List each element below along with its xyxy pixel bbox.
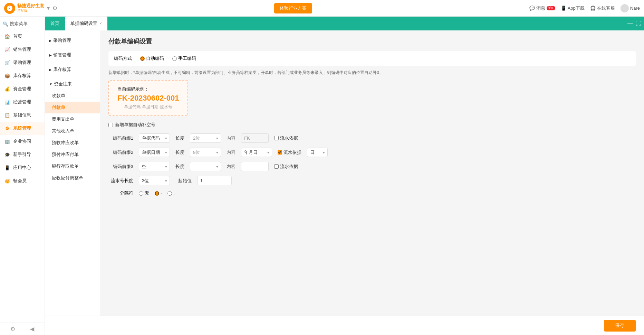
- start-value-label: 起始值: [178, 178, 192, 184]
- content-select-2[interactable]: 年月日: [241, 148, 272, 157]
- operation-icon: 📊: [4, 99, 10, 105]
- example-code: FK-20230602-001: [117, 94, 179, 103]
- purchase-icon: 🛒: [4, 59, 10, 66]
- example-label: 当前编码示例：: [117, 86, 179, 92]
- start-value-input[interactable]: [197, 176, 232, 185]
- radio-manual-encode[interactable]: 手工编码: [172, 55, 196, 62]
- sidebar-item-purchase[interactable]: 🛒 采购管理: [0, 56, 45, 69]
- tab-minimize-icon[interactable]: —: [627, 20, 633, 27]
- sub-menu-group-purchase: ▶ 采购管理: [45, 33, 100, 48]
- prefix-label-2: 编码前缀2: [108, 149, 133, 156]
- sub-menu-group-sales: ▶ 销售管理: [45, 48, 100, 62]
- message-btn[interactable]: 💬 消息 99+: [529, 5, 555, 11]
- waterfall-unit-select[interactable]: 日: [307, 148, 328, 157]
- sub-menu-item-bank[interactable]: 银行存取款单: [45, 160, 100, 172]
- sub-menu-purchase[interactable]: ▶ 采购管理: [45, 35, 100, 46]
- enterprise-icon: 🏢: [4, 138, 10, 145]
- sidebar-item-sales[interactable]: 📈 销售管理: [0, 43, 45, 56]
- waterfall-checkbox-2[interactable]: [278, 150, 282, 155]
- radio-auto-input[interactable]: [140, 56, 145, 61]
- encode-method-card: 编码方式 自动编码 手工编码: [108, 51, 636, 66]
- sidebar-item-inventory[interactable]: 📦 库存核算: [0, 69, 45, 82]
- waterfall-checkbox-1[interactable]: [274, 136, 279, 140]
- app-download-btn[interactable]: 📱 App下载: [561, 5, 585, 11]
- sidebar-item-member[interactable]: 👑 畅会员: [0, 174, 45, 187]
- sub-menu-item-expense[interactable]: 费用支出单: [45, 113, 100, 125]
- sidebar-item-system[interactable]: ⚙ 系统管理: [0, 122, 45, 135]
- collapse-icon[interactable]: ◀: [30, 326, 34, 332]
- length-label-2: 长度: [175, 149, 184, 156]
- service-btn[interactable]: 🎧 在线客服: [590, 5, 615, 11]
- sub-menu-sales[interactable]: ▶ 销售管理: [45, 49, 100, 61]
- sub-menu-item-prepay-recv[interactable]: 预收冲应收单: [45, 137, 100, 149]
- sidebar-item-appcenter[interactable]: 📱 应用中心: [0, 161, 45, 174]
- prefix-select-3[interactable]: 空: [139, 162, 170, 171]
- fund-icon: 💰: [4, 86, 10, 92]
- sub-menu-fund[interactable]: ▼ 资金往来: [45, 78, 100, 90]
- message-badge: 99+: [547, 6, 555, 10]
- top-bar-mid: 体验行业方案: [274, 3, 312, 13]
- waterfall-label-3[interactable]: 流水依据: [274, 164, 298, 170]
- sub-menu-item-other-income[interactable]: 其他收入单: [45, 125, 100, 137]
- prefix-select-1[interactable]: 单据代码: [139, 133, 170, 143]
- length-select-3[interactable]: [190, 162, 221, 171]
- waterfall-label-2[interactable]: 流水依据: [278, 149, 301, 156]
- waterfall-checkbox-3[interactable]: [274, 164, 279, 169]
- sep-dot[interactable]: .: [167, 191, 175, 196]
- sep-none[interactable]: 无: [139, 190, 149, 196]
- sub-menu-item-prepay-pay[interactable]: 预付冲应付单: [45, 149, 100, 160]
- length-select-wrap-1: 2位: [190, 133, 221, 143]
- baseinfo-icon: 📋: [4, 112, 10, 118]
- settings-bottom-icon[interactable]: ⚙: [10, 326, 15, 332]
- main-panel: 付款单编码设置 编码方式 自动编码 手工编码: [100, 30, 644, 316]
- message-icon: 💬: [529, 6, 535, 11]
- auto-fill-checkbox[interactable]: [108, 123, 113, 127]
- search-icon: 🔍: [3, 21, 8, 27]
- nav-arrow[interactable]: ▾: [47, 5, 50, 11]
- sidebar-item-operation[interactable]: 📊 经营管理: [0, 95, 45, 109]
- sub-menu-inventory[interactable]: ▶ 库存核算: [45, 64, 100, 75]
- tab-encode-setting[interactable]: 单据编码设置 ×: [65, 17, 107, 30]
- app-icon: 📱: [561, 6, 566, 11]
- tab-close-icon[interactable]: ×: [99, 21, 102, 26]
- sidebar-item-fund[interactable]: 💰 资金管理: [0, 82, 45, 95]
- content-input-3[interactable]: [241, 162, 269, 171]
- tab-maximize-icon[interactable]: ⛶: [636, 20, 641, 27]
- radio-manual-input[interactable]: [172, 56, 177, 61]
- appcenter-icon: 📱: [4, 165, 10, 171]
- radio-auto-encode[interactable]: 自动编码: [140, 55, 164, 62]
- top-bar: 畅捷通好生意 搭配版 ▾ ⚙ 体验行业方案 💬 消息 99+ 📱 App下载 🎧…: [0, 0, 644, 17]
- length-select-2[interactable]: 8位: [190, 148, 221, 157]
- settings-icon[interactable]: ⚙: [52, 5, 57, 11]
- prefix-row-2: 编码前缀2 单据日期 长度 8位 内容: [108, 148, 636, 157]
- sub-menu-item-receipt[interactable]: 收款单: [45, 90, 100, 102]
- sidebar-item-guide[interactable]: 🎓 新手引导: [0, 148, 45, 161]
- save-button[interactable]: 保存: [604, 320, 636, 332]
- sidebar-item-baseinfo[interactable]: 📋 基础信息: [0, 109, 45, 122]
- prefix-select-2[interactable]: 单据日期: [139, 148, 170, 157]
- user-info[interactable]: Nare: [621, 4, 640, 12]
- waterfall-label-1[interactable]: 流水依据: [274, 135, 298, 141]
- industry-btn[interactable]: 体验行业方案: [274, 3, 312, 13]
- service-icon: 🎧: [590, 6, 596, 11]
- sub-sidebar: ▶ 采购管理 ▶ 销售管理 ▶ 库存核算: [45, 30, 100, 316]
- content-label-1: 内容: [227, 135, 236, 141]
- sep-dash[interactable]: -: [155, 191, 162, 196]
- sub-menu-item-payment[interactable]: 付款单: [45, 102, 100, 113]
- sep-none-input[interactable]: [139, 191, 143, 196]
- length-select-1[interactable]: 2位: [190, 133, 221, 143]
- serial-length-select[interactable]: 3位: [139, 176, 170, 185]
- content-input-1[interactable]: [241, 133, 269, 143]
- sub-menu-item-adjust[interactable]: 应收应付调整单: [45, 172, 100, 184]
- system-icon: ⚙: [4, 125, 10, 131]
- content-area: 首页 单据编码设置 × — ⛶ ▶ 采购管理: [45, 17, 644, 335]
- sep-dot-input[interactable]: [167, 191, 172, 196]
- arrow-right-icon3: ▶: [49, 68, 52, 72]
- bottom-bar: 保存: [45, 316, 644, 335]
- tab-home[interactable]: 首页: [45, 17, 65, 30]
- sep-dash-input[interactable]: [155, 191, 159, 196]
- sidebar-item-home[interactable]: 🏠 首页: [0, 30, 45, 43]
- search-menu[interactable]: 🔍 搜索菜单: [0, 18, 45, 30]
- sub-layout: ▶ 采购管理 ▶ 销售管理 ▶ 库存核算: [45, 30, 644, 316]
- sidebar-item-enterprise[interactable]: 🏢 企业协同: [0, 135, 45, 148]
